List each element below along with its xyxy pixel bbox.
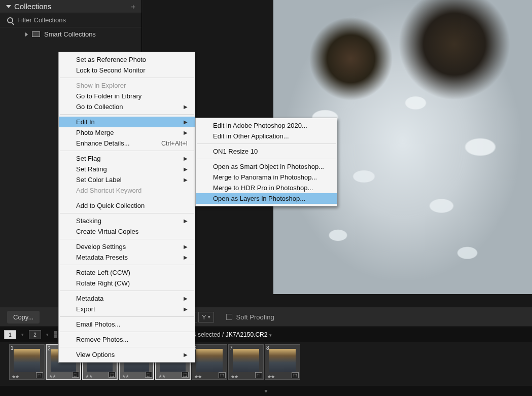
chevron-right-icon: ▶ [184,130,188,135]
separator [60,316,194,317]
menu-item[interactable]: Rotate Right (CW) [59,278,195,289]
compare-mode-b[interactable]: Y ▾ [198,312,214,322]
menu-item-label: Go to Folder in Library [76,92,141,100]
filmstrip-thumb[interactable]: 7⬚★★ [228,344,264,380]
menu-item-label: Show in Explorer [76,82,126,89]
monitor-1-button[interactable]: 1 [4,330,16,339]
menu-item[interactable]: Set Color Label▶ [59,174,195,185]
menu-item-label: ON1 Resize 10 [213,148,258,155]
separator [60,213,194,213]
thumb-image [14,349,40,372]
menu-item-label: Metadata Presets [76,254,128,261]
filmstrip-thumb[interactable]: 6⬚★★ [192,344,227,380]
menu-item-label: Remove Photos... [76,336,128,343]
menu-item[interactable]: Remove Photos... [59,334,195,345]
soft-proofing-label: Soft Proofing [236,313,274,321]
menu-item[interactable]: Metadata▶ [59,293,195,304]
develop-badge-icon: ⬚ [292,372,299,378]
smart-collections-label: Smart Collections [44,30,96,38]
separator [60,332,194,332]
chevron-right-icon: ▶ [184,306,188,312]
thumb-index: 2 [48,346,51,351]
menu-item[interactable]: Go to Collection▶ [59,101,195,112]
menu-item[interactable]: Set Flag▶ [59,153,195,164]
menu-item: Add Shortcut Keyword [59,185,195,196]
thumb-index: 7 [230,345,233,351]
chevron-down-icon [6,5,11,8]
chevron-right-icon: ▶ [184,166,188,172]
monitor-2-button[interactable]: 2 [29,330,41,339]
develop-badge-icon: ⬚ [255,372,262,378]
menu-item[interactable]: Edit in Adobe Photoshop 2020... [196,120,337,131]
chevron-down-icon: ▼ [264,388,269,394]
menu-item[interactable]: Merge to Panorama in Photoshop... [196,172,337,183]
menu-item[interactable]: Photo Merge▶ [59,127,195,138]
menu-item[interactable]: View Options▶ [59,349,195,360]
menu-item[interactable]: Open as Smart Object in Photoshop... [196,161,337,172]
menu-item[interactable]: Lock to Second Monitor [59,65,195,76]
soft-proofing-toggle[interactable]: Soft Proofing [226,313,274,321]
menu-item[interactable]: Rotate Left (CCW) [59,267,195,278]
bottom-bar[interactable]: ▼ [0,386,532,396]
menu-item[interactable]: Open as Layers in Photoshop... [196,193,337,204]
collections-panel-header[interactable]: Collections + [0,0,141,13]
menu-item[interactable]: Add to Quick Collection [59,200,195,211]
menu-item[interactable]: Enhance Details...Ctrl+Alt+I [59,138,195,149]
menu-item-label: Rotate Right (CW) [76,279,130,287]
menu-item[interactable]: Merge to HDR Pro in Photoshop... [196,183,337,193]
thumb-index: 8 [266,345,269,351]
chevron-right-icon: ▶ [184,156,188,161]
menu-item[interactable]: Email Photos... [59,319,195,330]
menu-item-label: Enhance Details... [76,139,130,147]
chevron-right-icon: ▶ [184,104,188,110]
filmstrip-thumb[interactable]: 1⬚★★ [9,344,45,380]
filmstrip-path[interactable]: 4 selected / JK7A2150.CR2 ▾ [193,331,272,338]
menu-item[interactable]: Export▶ [59,304,195,314]
rating-stars: ★★ [12,374,19,379]
develop-badge-icon: ⬚ [109,372,116,378]
menu-item-label: Edit in Adobe Photoshop 2020... [213,122,307,129]
menu-item[interactable]: Go to Folder in Library [59,91,195,101]
menu-item-label: Lock to Second Monitor [76,66,146,74]
chevron-right-icon: ▶ [184,244,188,249]
menu-item[interactable]: Stacking▶ [59,215,195,226]
chevron-right-icon: ▶ [184,218,188,224]
edit-in-submenu: Edit in Adobe Photoshop 2020...Edit in O… [195,118,337,206]
menu-item[interactable]: Set as Reference Photo [59,54,195,65]
rating-stars: ★★ [194,374,201,379]
filter-collections-row[interactable]: Filter Collections [0,13,141,27]
menu-item[interactable]: Set Rating▶ [59,164,195,174]
separator [197,159,336,159]
rating-stars: ★★ [267,374,274,379]
menu-item-label: Set Color Label [76,176,122,184]
develop-badge-icon: ⬚ [145,372,152,378]
menu-item-label: View Options [76,351,115,358]
menu-item[interactable]: ON1 Resize 10 [196,146,337,157]
chevron-right-icon [25,32,28,37]
menu-item-label: Develop Settings [76,243,126,250]
smart-collections-row[interactable]: Smart Collections [0,27,141,41]
menu-item[interactable]: Edit In▶ [59,117,195,127]
separator [60,114,194,115]
menu-item-label: Email Photos... [76,320,120,328]
filter-collections-label: Filter Collections [17,16,66,24]
menu-item-label: Edit In [76,118,95,126]
copy-button[interactable]: Copy... [7,311,40,323]
develop-badge-icon: ⬚ [219,372,226,378]
menu-item-shortcut: Ctrl+Alt+I [161,140,188,147]
add-collection-icon[interactable]: + [131,2,135,11]
rating-stars: ★★ [85,374,92,379]
chevron-right-icon: ▶ [184,177,188,183]
menu-item[interactable]: Create Virtual Copies [59,226,195,237]
menu-item-label: Edit in Other Application... [213,132,289,140]
chevron-right-icon: ▶ [184,255,188,260]
menu-item[interactable]: Metadata Presets▶ [59,252,195,263]
menu-item[interactable]: Edit in Other Application... [196,131,337,141]
chevron-down-icon: ▾ [269,333,272,338]
separator [60,239,194,239]
separator [197,143,336,144]
filmstrip-thumb[interactable]: 8⬚★★ [265,344,300,380]
rating-stars: ★★ [49,374,56,379]
menu-item[interactable]: Develop Settings▶ [59,241,195,252]
search-icon [7,17,13,23]
